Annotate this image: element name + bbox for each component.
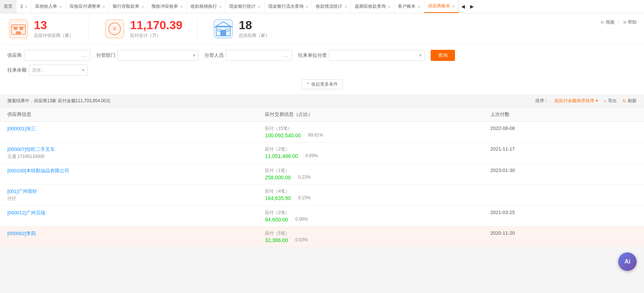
stat-divider-2 — [197, 18, 197, 40]
close-cash-flow-query[interactable]: × — [306, 4, 308, 9]
stat-number-total-supplier: 18 — [239, 19, 270, 31]
close-ar-ap-adjust[interactable]: × — [103, 4, 105, 9]
nav-receipt-verify[interactable]: 收款核销执行 × — [187, 0, 225, 13]
filter-row-2: 往来余额 选择... ▾ — [7, 65, 637, 76]
close-cash-bank-stat[interactable]: × — [258, 4, 260, 9]
ap-amount-value: 94,600.00 — [265, 217, 288, 223]
supplier-link[interactable]: [001]广州荣轩 — [7, 189, 37, 194]
supplier-info-cell: [000100]本特勤油品有限公司 — [0, 164, 258, 185]
nav-customer-ledger[interactable]: 客户账本 × — [394, 0, 424, 13]
close-receipt-stat[interactable]: × — [344, 4, 347, 9]
balance-select[interactable]: 选择... ▾ — [29, 65, 88, 76]
dept-dropdown-icon: ▾ — [193, 53, 195, 58]
close-supplier-ledger[interactable]: × — [452, 4, 455, 8]
sort-select[interactable]: 按应付余额倒序排序 ▾ — [554, 98, 598, 104]
last-pay-cell: 2021-03-25 — [483, 206, 644, 227]
ap-amount-value: 100,092,540.00 — [265, 132, 301, 138]
nav-tab3[interactable]: 3 × — [17, 0, 31, 13]
supplier-filter-label: 供应商 — [7, 52, 22, 59]
nav-ar-ap-adjust[interactable]: 应收应付调整单 × — [66, 0, 109, 13]
supplier-info-cell: [000002]李四 — [0, 227, 258, 247]
nav-next-arrow[interactable]: ▶ — [468, 0, 476, 13]
col-header-supplier: 供应商信息 — [0, 107, 258, 122]
close-tab3[interactable]: × — [25, 4, 27, 9]
ap-percentage: 0.08% — [295, 217, 308, 222]
nav-prev-arrow[interactable]: ◀ — [459, 0, 468, 13]
supplier-info-cell: [000001]张三 — [0, 122, 258, 142]
stats-bar: 13 总应付供应商（家） ¥ 11,170.39 应付合计（万） — [0, 13, 644, 45]
close-customer-ledger[interactable]: × — [418, 4, 420, 9]
supplier-dots-icon[interactable]: ... — [81, 53, 87, 58]
store-icon — [212, 18, 234, 40]
query-button[interactable]: 查询 — [431, 50, 455, 61]
ap-amount-value: 11,051,486.00 — [265, 153, 298, 159]
close-overdue-ar[interactable]: × — [388, 4, 390, 9]
ap-percentage: 0.03% — [295, 237, 308, 242]
stat-info-supplier-count: 13 总应付供应商（家） — [34, 19, 74, 39]
supplier-input[interactable]: ... — [24, 50, 90, 61]
nav-overdue-ar[interactable]: 超期应收款查询 × — [351, 0, 394, 13]
ap-percentage: 89.61% — [308, 132, 323, 138]
stat-info-ap-total: 11,170.39 应付合计（万） — [130, 19, 182, 39]
supplier-info-cell: [000012]广州贝瑞 — [0, 206, 258, 227]
svg-rect-12 — [220, 30, 226, 36]
close-prepay-ar[interactable]: × — [180, 4, 182, 9]
svg-text:¥: ¥ — [113, 26, 116, 32]
nav-other-income[interactable]: 其他收入单 × — [31, 0, 66, 13]
nav-bar: 首页 3 × 其他收入单 × 应收应付调整单 × 银行存取款单 × 预收冲应收单… — [0, 0, 644, 13]
svg-rect-4 — [16, 31, 21, 34]
table-row: [000001]张三应付（15笔）100,092,540.0089.61%202… — [0, 122, 644, 142]
supplier-sub-info: 仔仔 — [7, 196, 250, 202]
nav-cash-flow-query[interactable]: 现金银行流水查询 × — [265, 0, 312, 13]
unit-class-select[interactable]: ▾ — [329, 50, 425, 61]
supplier-info-cell: [000007]恒旺二手叉车王通 17106110000 — [0, 142, 258, 164]
supplier-sub-info: 王通 17106110000 — [7, 154, 250, 160]
balance-filter-label: 往来余额 — [7, 67, 27, 73]
close-bank-deposit[interactable]: × — [141, 4, 144, 9]
ap-amount-row: 32,366.000.03% — [265, 237, 476, 243]
result-summary: 搜索结果中，供应商13家 应付金额111,703,854.00元 — [7, 98, 111, 104]
video-link[interactable]: ⊙ 视频 — [601, 19, 614, 25]
nav-cash-bank-stat[interactable]: 现金银行统计 × — [225, 0, 264, 13]
nav-bank-deposit[interactable]: 银行存取款单 × — [109, 0, 148, 13]
refresh-action[interactable]: ↻ 刷新 — [623, 98, 637, 104]
ap-info-cell: 应付（5笔）32,366.000.03% — [258, 227, 483, 247]
dept-select[interactable]: ▾ — [118, 50, 199, 61]
supplier-link[interactable]: [000012]广州贝瑞 — [7, 210, 45, 216]
collapse-button[interactable]: ⌃ 收起更多条件 — [301, 79, 343, 89]
last-pay-cell: 2020-11-20 — [483, 227, 644, 247]
nav-prepay-ar[interactable]: 预收冲应收单 × — [148, 0, 186, 13]
ap-amount-row: 11,051,486.009.89% — [265, 152, 476, 159]
refresh-icon: ↻ — [623, 99, 626, 104]
stat-label-total-supplier: 总供应商（家） — [239, 32, 270, 39]
close-receipt-verify[interactable]: × — [219, 4, 221, 9]
stat-label-ap-total: 应付合计（万） — [130, 32, 182, 39]
supplier-link[interactable]: [000002]李四 — [7, 231, 36, 236]
nav-receipt-stat[interactable]: 收款情况统计 × — [312, 0, 351, 13]
supplier-info-cell: [001]广州荣轩仔仔 — [0, 185, 258, 206]
table-row: [000007]恒旺二手叉车王通 17106110000应付（2笔）11,051… — [0, 142, 644, 164]
nav-home[interactable]: 首页 — [0, 0, 17, 13]
supplier-link[interactable]: [000100]本特勤油品有限公司 — [7, 168, 69, 173]
svg-rect-0 — [9, 20, 28, 38]
supplier-icon-1 — [7, 18, 29, 40]
close-other-income[interactable]: × — [59, 4, 62, 9]
stat-info-total-supplier: 18 总供应商（家） — [239, 19, 270, 39]
person-input[interactable]: ... — [226, 50, 292, 61]
ap-percentage: 0.23% — [298, 175, 311, 180]
supplier-link[interactable]: [000001]张三 — [7, 126, 36, 131]
export-action[interactable]: ○ 导出 — [604, 98, 617, 104]
result-actions: 排序： 按应付余额倒序排序 ▾ ○ 导出 ↻ 刷新 — [535, 98, 637, 104]
help-link[interactable]: ⊙ 帮助 — [623, 19, 637, 25]
ap-info-cell: 应付（15笔）100,092,540.0089.61% — [258, 122, 483, 142]
ap-amount-row: 164,635.900.15% — [265, 194, 476, 201]
supplier-link[interactable]: [000007]恒旺二手叉车 — [7, 146, 55, 152]
table-row: [001]广州荣轩仔仔应付（4笔）164,635.900.15% — [0, 185, 644, 206]
last-pay-cell: 2023-01-30 — [483, 164, 644, 185]
stat-divider-1 — [88, 18, 89, 40]
supplier-table: 供应商信息 应付交易信息（占比） 上次付数 [000001]张三应付（15笔）1… — [0, 107, 644, 247]
nav-supplier-ledger[interactable]: 供应商账本 × — [424, 0, 459, 13]
person-dots-icon[interactable]: ... — [283, 53, 289, 58]
ap-amount-value: 32,366.00 — [265, 237, 288, 243]
unit-class-filter-label: 往来单位分类 — [298, 52, 327, 59]
